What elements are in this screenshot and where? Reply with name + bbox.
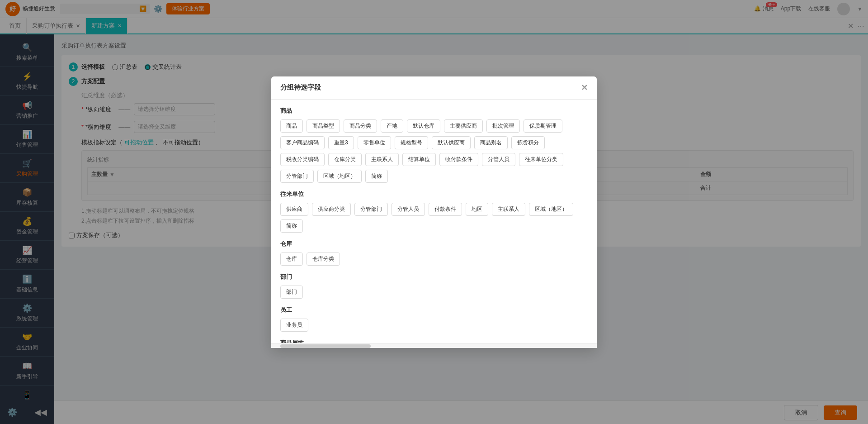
tag-partner-0[interactable]: 供应商 [280,203,308,216]
tag-partner-8[interactable]: 简称 [280,219,303,233]
modal-hscrollbar[interactable] [271,343,597,348]
tag-staff-0[interactable]: 业务员 [280,319,308,332]
section-title-warehouse: 仓库 [280,240,588,248]
section-title-goods: 商品 [280,107,588,115]
tag-goods-20[interactable]: 分管人员 [482,153,515,166]
tag-warehouse-1[interactable]: 仓库分类 [307,252,340,266]
tag-goods-7[interactable]: 保质期管理 [524,119,562,133]
modal-hscrollbar-thumb [280,344,371,348]
tag-partner-5[interactable]: 地区 [466,203,488,216]
section-title-dept: 部门 [280,273,588,281]
tag-goods-4[interactable]: 默认仓库 [407,119,440,133]
tag-goods-12[interactable]: 默认供应商 [432,136,471,149]
tag-goods-3[interactable]: 产地 [381,119,403,133]
tag-grid-partner: 供应商 供应商分类 分管部门 分管人员 付款条件 地区 主联系人 区域（地区） … [280,203,588,233]
tag-goods-2[interactable]: 商品分类 [344,119,377,133]
tag-goods-1[interactable]: 商品类型 [307,119,340,133]
tag-goods-15[interactable]: 税收分类编码 [280,153,325,166]
tag-partner-2[interactable]: 分管部门 [354,203,388,216]
tag-partner-7[interactable]: 区域（地区） [529,203,573,216]
tag-goods-8[interactable]: 客户商品编码 [280,136,325,149]
tag-goods-13[interactable]: 商品别名 [474,136,508,149]
tag-partner-3[interactable]: 分管人员 [392,203,425,216]
modal-header: 分组待选字段 ✕ [271,76,597,100]
tag-goods-5[interactable]: 主要供应商 [444,119,483,133]
section-title-attr: 商品属性 [280,339,588,343]
modal-overlay: 分组待选字段 ✕ 商品 商品 商品类型 商品分类 产地 默认仓库 主要供应商 批… [0,0,868,424]
tag-partner-4[interactable]: 付款条件 [429,203,462,216]
tag-grid-staff: 业务员 [280,319,588,332]
modal-close-icon[interactable]: ✕ [581,83,588,93]
tag-grid-warehouse: 仓库 仓库分类 [280,252,588,266]
tag-goods-21[interactable]: 往来单位分类 [519,153,563,166]
tag-warehouse-0[interactable]: 仓库 [280,252,303,266]
tag-goods-9[interactable]: 重量3 [328,136,354,149]
tag-goods-17[interactable]: 主联系人 [365,153,399,166]
tag-goods-16[interactable]: 仓库分类 [328,153,362,166]
tag-goods-11[interactable]: 规格型号 [395,136,428,149]
tag-partner-1[interactable]: 供应商分类 [312,203,351,216]
modal-title: 分组待选字段 [280,83,321,92]
tag-partner-6[interactable]: 主联系人 [492,203,525,216]
section-title-partner: 往来单位 [280,190,588,198]
tag-goods-22[interactable]: 分管部门 [280,170,314,183]
tag-goods-18[interactable]: 结算单位 [402,153,436,166]
tag-goods-14[interactable]: 拣货积分 [511,136,545,149]
modal: 分组待选字段 ✕ 商品 商品 商品类型 商品分类 产地 默认仓库 主要供应商 批… [271,76,597,348]
tag-goods-6[interactable]: 批次管理 [486,119,520,133]
tag-goods-10[interactable]: 零售单位 [358,136,391,149]
tag-grid-goods: 商品 商品类型 商品分类 产地 默认仓库 主要供应商 批次管理 保质期管理 客户… [280,119,588,183]
tag-goods-23[interactable]: 区域（地区） [317,170,362,183]
section-title-staff: 员工 [280,306,588,314]
tag-goods-0[interactable]: 商品 [280,119,303,133]
modal-body: 商品 商品 商品类型 商品分类 产地 默认仓库 主要供应商 批次管理 保质期管理… [271,100,597,343]
tag-goods-24[interactable]: 简称 [365,170,388,183]
tag-goods-19[interactable]: 收付款条件 [439,153,478,166]
tag-dept-0[interactable]: 部门 [280,286,303,299]
tag-grid-dept: 部门 [280,286,588,299]
